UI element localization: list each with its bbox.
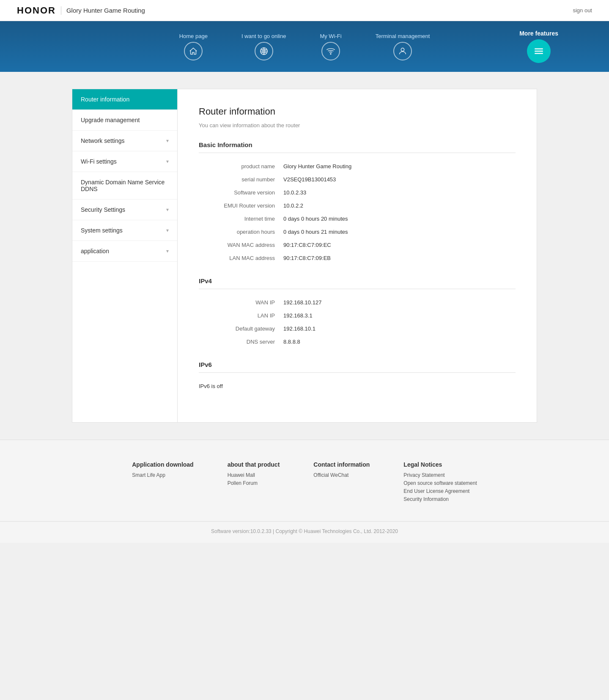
info-label-internet-time: Internet time bbox=[199, 216, 283, 222]
footer: Application download Smart Life App abou… bbox=[0, 440, 609, 543]
info-value-wan-ip: 192.168.10.127 bbox=[283, 299, 321, 306]
info-row-internet-time: Internet time 0 days 0 hours 20 minutes bbox=[199, 212, 516, 225]
sidebar-item-router-info[interactable]: Router information bbox=[72, 89, 177, 110]
main-panel: Router information You can view informat… bbox=[178, 89, 537, 423]
brand-honor: HONOR bbox=[17, 5, 56, 16]
info-value-software-version: 10.0.2.33 bbox=[283, 189, 306, 196]
footer-col-download: Application download Smart Life App bbox=[132, 461, 193, 504]
info-value-product-name: Glory Hunter Game Routing bbox=[283, 163, 351, 170]
chevron-down-icon: ▾ bbox=[166, 207, 169, 213]
info-label-wan-mac: WAN MAC address bbox=[199, 242, 283, 248]
info-label-wan-ip: WAN IP bbox=[199, 299, 283, 306]
footer-link-eula[interactable]: End User License Agreement bbox=[403, 488, 477, 494]
chevron-down-icon: ▾ bbox=[166, 248, 169, 254]
footer-links: Application download Smart Life App abou… bbox=[0, 461, 609, 504]
footer-link-opensource[interactable]: Open source software statement bbox=[403, 480, 477, 486]
info-row-serial-number: serial number V2SEQ19B13001453 bbox=[199, 173, 516, 186]
header: HONOR Glory Hunter Game Routing sign out bbox=[0, 0, 609, 21]
nav-items: Home page I want to go online My Wi-Fi bbox=[179, 33, 430, 60]
info-value-internet-time: 0 days 0 hours 20 minutes bbox=[283, 216, 348, 222]
content-wrapper: Router information Upgrade management Ne… bbox=[72, 89, 537, 423]
info-label-lan-ip: LAN IP bbox=[199, 312, 283, 319]
footer-col-contact: Contact information Official WeChat bbox=[313, 461, 370, 504]
chevron-down-icon: ▾ bbox=[166, 227, 169, 233]
sidebar-item-system-label: System settings bbox=[81, 227, 123, 234]
svg-point-1 bbox=[330, 53, 331, 54]
footer-link-pollen-forum[interactable]: Pollen Forum bbox=[228, 480, 280, 486]
sidebar-item-upgrade-label: Upgrade management bbox=[81, 117, 140, 123]
nav-item-terminal[interactable]: Terminal management bbox=[376, 33, 430, 60]
sign-out-link[interactable]: sign out bbox=[573, 7, 592, 14]
info-value-dns-server: 8.8.8.8 bbox=[283, 339, 300, 345]
chevron-down-icon: ▾ bbox=[166, 159, 169, 164]
brand-divider bbox=[61, 6, 61, 15]
sidebar-item-ddns[interactable]: Dynamic Domain Name Service DDNS bbox=[72, 172, 177, 200]
info-value-operation-hours: 0 days 0 hours 21 minutes bbox=[283, 229, 348, 235]
nav-item-wifi[interactable]: My Wi-Fi bbox=[320, 33, 341, 60]
nav-item-terminal-label: Terminal management bbox=[376, 33, 430, 39]
ipv6-table: IPv6 is off bbox=[199, 380, 516, 393]
info-row-operation-hours: operation hours 0 days 0 hours 21 minute… bbox=[199, 225, 516, 238]
info-value-lan-ip: 192.168.3.1 bbox=[283, 312, 313, 319]
sidebar-item-router-info-label: Router information bbox=[81, 96, 129, 103]
sidebar-item-wifi-settings[interactable]: Wi-Fi settings ▾ bbox=[72, 151, 177, 172]
info-label-product-name: product name bbox=[199, 163, 283, 170]
sidebar-item-upgrade[interactable]: Upgrade management bbox=[72, 110, 177, 131]
info-value-ipv6-status: IPv6 is off bbox=[199, 383, 223, 389]
nav-item-online[interactable]: I want to go online bbox=[241, 33, 286, 60]
info-value-lan-mac: 90:17:C8:C7:09:EB bbox=[283, 255, 331, 261]
section-ipv4-title: IPv4 bbox=[199, 277, 516, 289]
sidebar-item-application[interactable]: application ▾ bbox=[72, 241, 177, 262]
ipv4-table: WAN IP 192.168.10.127 LAN IP 192.168.3.1… bbox=[199, 296, 516, 348]
footer-bottom: Software version:10.0.2.33 | Copyright ©… bbox=[0, 521, 609, 534]
home-icon bbox=[184, 42, 203, 60]
footer-link-security-info[interactable]: Security Information bbox=[403, 496, 477, 502]
section-basic-info-title: Basic Information bbox=[199, 141, 516, 153]
info-row-wan-ip: WAN IP 192.168.10.127 bbox=[199, 296, 516, 309]
wifi-icon bbox=[321, 42, 340, 60]
info-row-lan-ip: LAN IP 192.168.3.1 bbox=[199, 309, 516, 322]
more-features[interactable]: More features bbox=[519, 30, 558, 63]
info-value-default-gateway: 192.168.10.1 bbox=[283, 325, 315, 332]
sidebar-item-wifi-settings-label: Wi-Fi settings bbox=[81, 158, 117, 165]
nav-item-wifi-label: My Wi-Fi bbox=[320, 33, 341, 39]
more-features-label: More features bbox=[519, 30, 558, 37]
nav-item-home-label: Home page bbox=[179, 33, 208, 39]
info-value-emui-version: 10.0.2.2 bbox=[283, 202, 303, 209]
more-features-button[interactable] bbox=[527, 39, 551, 63]
info-row-ipv6-status: IPv6 is off bbox=[199, 380, 516, 393]
info-row-emui-version: EMUI Router version 10.0.2.2 bbox=[199, 199, 516, 212]
brand: HONOR Glory Hunter Game Routing bbox=[17, 5, 145, 16]
info-value-serial-number: V2SEQ19B13001453 bbox=[283, 176, 336, 183]
sidebar: Router information Upgrade management Ne… bbox=[72, 89, 178, 423]
info-label-emui-version: EMUI Router version bbox=[199, 202, 283, 209]
footer-col-contact-title: Contact information bbox=[313, 461, 370, 468]
svg-point-2 bbox=[401, 48, 404, 51]
info-row-product-name: product name Glory Hunter Game Routing bbox=[199, 160, 516, 173]
sidebar-item-system[interactable]: System settings ▾ bbox=[72, 220, 177, 241]
info-label-lan-mac: LAN MAC address bbox=[199, 255, 283, 261]
footer-link-privacy[interactable]: Privacy Statement bbox=[403, 472, 477, 478]
basic-info-table: product name Glory Hunter Game Routing s… bbox=[199, 160, 516, 265]
info-label-default-gateway: Default gateway bbox=[199, 325, 283, 332]
footer-col-product: about that product Huawei Mall Pollen Fo… bbox=[228, 461, 280, 504]
nav-item-online-label: I want to go online bbox=[241, 33, 286, 39]
footer-col-download-title: Application download bbox=[132, 461, 193, 468]
sidebar-item-security[interactable]: Security Settings ▾ bbox=[72, 200, 177, 220]
footer-col-product-title: about that product bbox=[228, 461, 280, 468]
terminal-icon bbox=[393, 42, 412, 60]
footer-link-wechat[interactable]: Official WeChat bbox=[313, 472, 370, 478]
sidebar-item-network[interactable]: Network settings ▾ bbox=[72, 131, 177, 151]
sidebar-item-network-label: Network settings bbox=[81, 137, 124, 144]
info-label-operation-hours: operation hours bbox=[199, 229, 283, 235]
footer-link-huawei-mall[interactable]: Huawei Mall bbox=[228, 472, 280, 478]
online-icon bbox=[255, 42, 273, 60]
sidebar-item-application-label: application bbox=[81, 248, 109, 254]
sidebar-item-security-label: Security Settings bbox=[81, 206, 125, 213]
info-row-wan-mac: WAN MAC address 90:17:C8:C7:09:EC bbox=[199, 238, 516, 252]
footer-link-smart-life[interactable]: Smart Life App bbox=[132, 472, 193, 478]
info-label-dns-server: DNS server bbox=[199, 339, 283, 345]
nav-item-home[interactable]: Home page bbox=[179, 33, 208, 60]
page-subtitle: You can view information about the route… bbox=[199, 122, 516, 129]
info-row-software-version: Software version 10.0.2.33 bbox=[199, 186, 516, 199]
